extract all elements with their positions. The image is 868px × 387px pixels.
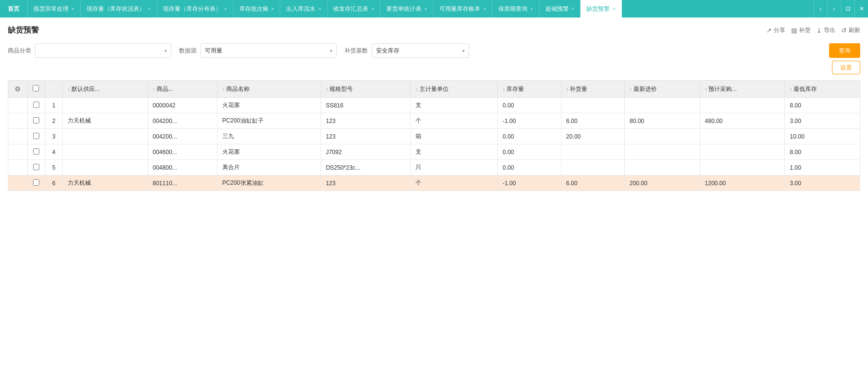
refresh-button[interactable]: ↺ 刷新	[841, 26, 860, 35]
row-product-code: 004800...	[147, 160, 217, 176]
tab-close-batch[interactable]: ×	[271, 6, 274, 12]
col-replenish-header[interactable]: 补货量	[561, 81, 624, 98]
tab-home[interactable]: 首页	[0, 0, 28, 18]
tab-close-shortage[interactable]: ×	[613, 6, 615, 12]
row-checkbox-input[interactable]	[33, 164, 39, 170]
col-spec-header[interactable]: 规格型号	[321, 81, 411, 98]
replenish-icon: ▤	[791, 27, 797, 34]
row-stock: -1.00	[498, 176, 561, 191]
settings-icon[interactable]: ⚙	[13, 85, 22, 93]
base-select[interactable]: 安全库存 ▾	[372, 43, 469, 58]
row-latest-price	[624, 98, 700, 113]
col-settings-header[interactable]: ⚙	[8, 81, 28, 98]
row-checkbox-input[interactable]	[33, 117, 39, 123]
page-header: 缺货预警 ↗ 分享 ▤ 补货 ⤓ 导出 ↺ 刷新	[8, 25, 860, 35]
tab-overstock[interactable]: 超储预警×	[540, 0, 581, 18]
col-min-stock-header[interactable]: 最低库存	[785, 81, 860, 98]
tab-order-stats[interactable]: 要货单统计表×	[380, 0, 434, 18]
row-product-code: 801110...	[147, 176, 217, 191]
row-unit: 箱	[411, 129, 498, 144]
row-checkbox-input[interactable]	[33, 179, 39, 186]
page-title: 缺货预警	[8, 25, 39, 35]
row-spec: 123	[321, 113, 411, 129]
query-button[interactable]: 查询	[829, 43, 860, 58]
col-product-code-label: 商品...	[157, 86, 173, 92]
col-product-code-header[interactable]: 商品...	[147, 81, 217, 98]
settings-button[interactable]: 设置	[832, 61, 860, 74]
tab-close-available[interactable]: ×	[483, 6, 486, 12]
col-supplier-header[interactable]: 默认供应...	[63, 81, 148, 98]
tab-available[interactable]: 可用量库存账本×	[434, 0, 492, 18]
row-index: 5	[45, 160, 63, 176]
tab-inout[interactable]: 出入库流水×	[280, 0, 327, 18]
window-restore-btn[interactable]: ⊡	[841, 0, 854, 18]
tab-scroll-right[interactable]: ›	[827, 0, 841, 18]
category-chevron-icon: ▾	[164, 48, 167, 53]
tab-receive-summary[interactable]: 收发存汇总表×	[327, 0, 380, 18]
row-estimated	[700, 129, 785, 144]
row-index: 4	[45, 144, 63, 160]
row-product-name: 三九	[217, 129, 321, 144]
row-product-name: 离合片	[217, 160, 321, 176]
row-checkbox-input[interactable]	[33, 148, 39, 155]
row-checkbox-input[interactable]	[33, 102, 39, 108]
row-latest-price: 200.00	[624, 176, 700, 191]
tab-bar: 首页 拣货异常处理×现存量（库存状况表）×现存量（库存分布表）×库存批次账×出入…	[0, 0, 868, 18]
row-product-code: 004600...	[147, 144, 217, 160]
tab-close-order-stats[interactable]: ×	[424, 6, 427, 12]
row-replenish: 6.00	[561, 113, 624, 129]
replenish-button[interactable]: ▤ 补货	[791, 26, 811, 35]
datasource-chevron-icon: ▾	[330, 48, 332, 53]
tab-close-stale[interactable]: ×	[72, 6, 74, 12]
tab-stale[interactable]: 拣货异常处理×	[28, 0, 81, 18]
tab-close-expiry[interactable]: ×	[530, 6, 533, 12]
row-min-stock: 8.00	[785, 98, 860, 113]
row-stock: 0.00	[498, 129, 561, 144]
datasource-select[interactable]: 可用量 ▾	[200, 43, 337, 58]
window-close-btn[interactable]: ✕	[854, 0, 868, 18]
category-select[interactable]: ▾	[35, 43, 171, 58]
tab-close-overstock[interactable]: ×	[572, 6, 575, 12]
col-checkbox-header[interactable]	[28, 81, 45, 98]
row-product-code: 0000042	[147, 98, 217, 113]
share-button[interactable]: ↗ 分享	[766, 26, 785, 35]
row-min-stock: 1.00	[785, 160, 860, 176]
tab-shortage[interactable]: 缺货预警×	[580, 0, 622, 18]
col-estimated-header[interactable]: 预计采购...	[700, 81, 785, 98]
tab-close-inventory-dist[interactable]: ×	[224, 6, 227, 12]
col-latest-price-header[interactable]: 最新进价	[624, 81, 700, 98]
tab-scroll-left[interactable]: ‹	[814, 0, 827, 18]
tab-inventory-dist[interactable]: 现存量（库存分布表）×	[157, 0, 234, 18]
row-checkbox[interactable]	[28, 98, 45, 113]
col-unit-header[interactable]: 主计量单位	[411, 81, 498, 98]
row-latest-price	[624, 144, 700, 160]
row-unit: 个	[411, 176, 498, 191]
export-button[interactable]: ⤓ 导出	[816, 26, 835, 35]
tab-close-inventory-status[interactable]: ×	[148, 6, 151, 12]
row-checkbox[interactable]	[28, 176, 45, 191]
row-estimated	[700, 144, 785, 160]
tab-batch[interactable]: 库存批次账×	[234, 0, 281, 18]
row-spec: 123	[321, 176, 411, 191]
row-checkbox[interactable]	[28, 129, 45, 144]
tab-expiry[interactable]: 保质期查询×	[492, 0, 540, 18]
row-product-code: 004200...	[147, 129, 217, 144]
col-stock-header[interactable]: 库存量	[498, 81, 561, 98]
row-estimated: 1200.00	[700, 176, 785, 191]
row-checkbox[interactable]	[28, 113, 45, 129]
col-product-name-label: 商品名称	[226, 86, 250, 92]
row-checkbox-input[interactable]	[33, 133, 39, 139]
row-product-name: PC200油缸缸子	[217, 113, 321, 129]
row-supplier: 力天机械	[63, 113, 148, 129]
row-replenish	[561, 144, 624, 160]
tab-inventory-status[interactable]: 现存量（库存状况表）×	[81, 0, 157, 18]
base-label: 补货基数	[344, 47, 368, 55]
tab-close-receive-summary[interactable]: ×	[371, 6, 374, 12]
select-all-checkbox[interactable]	[33, 85, 39, 91]
row-replenish: 20.00	[561, 129, 624, 144]
col-product-name-header[interactable]: 商品名称	[217, 81, 321, 98]
tab-close-inout[interactable]: ×	[318, 6, 321, 12]
row-checkbox[interactable]	[28, 160, 45, 176]
base-filter-group: 补货基数 安全库存 ▾	[344, 43, 469, 58]
row-checkbox[interactable]	[28, 144, 45, 160]
